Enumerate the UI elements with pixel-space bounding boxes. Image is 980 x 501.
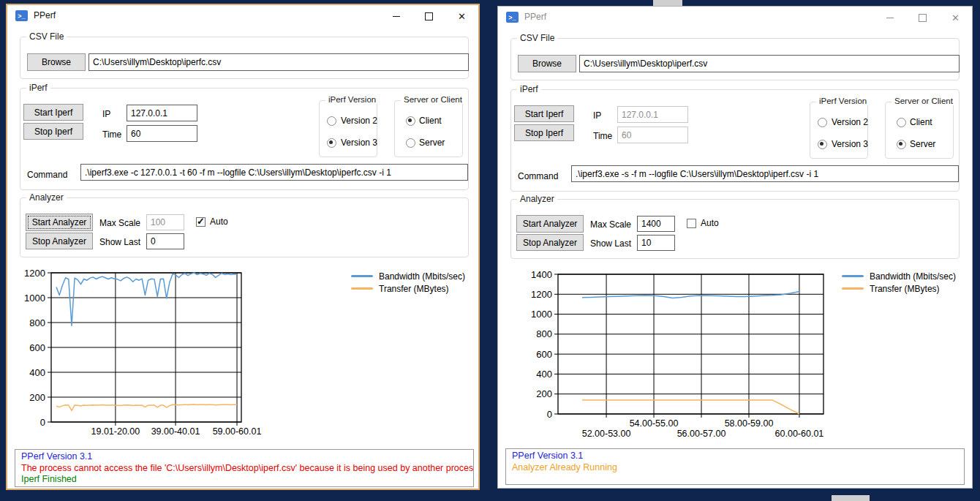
iperf-version-group: iPerf Version bbox=[810, 102, 868, 159]
server-label[interactable]: Server bbox=[419, 138, 445, 148]
server-client-group-label: Server or Client bbox=[892, 97, 956, 105]
background-window-fragment-bottom bbox=[832, 495, 870, 501]
csv-path-input[interactable] bbox=[88, 53, 469, 71]
iperf-version-group-label: iPerf Version bbox=[325, 95, 379, 104]
iperf-version-group-label: iPerf Version bbox=[816, 97, 870, 105]
close-button[interactable]: ✕ bbox=[939, 7, 972, 29]
csv-path-input[interactable] bbox=[579, 55, 960, 72]
server-client-group-label: Server or Client bbox=[401, 95, 465, 104]
client-radio[interactable] bbox=[406, 116, 415, 126]
start-iperf-button[interactable]: Start Iperf bbox=[23, 104, 83, 121]
iperf-group-label: iPerf bbox=[26, 83, 50, 93]
server-label[interactable]: Server bbox=[910, 139, 935, 149]
chart-legend: Bandwidth (Mbits/sec) Transfer (MBytes) bbox=[842, 270, 956, 295]
svg-text:800: 800 bbox=[29, 317, 45, 328]
close-button[interactable]: ✕ bbox=[445, 5, 478, 27]
iperf-group-label: iPerf bbox=[517, 84, 541, 94]
svg-text:200: 200 bbox=[29, 392, 45, 403]
pperf-window-client: >_ PPerf ✕ CSV File Browse iPerf Start I… bbox=[6, 4, 480, 490]
pperf-window-server: >_ PPerf ✕ CSV File Browse iPerf Start I… bbox=[497, 6, 973, 489]
client-radio[interactable] bbox=[897, 118, 906, 127]
maximize-button[interactable] bbox=[412, 5, 445, 27]
client-label[interactable]: Client bbox=[910, 117, 932, 127]
stop-analyzer-button[interactable]: Stop Analyzer bbox=[516, 234, 584, 251]
version2-label[interactable]: Version 2 bbox=[832, 117, 868, 127]
svg-text:200: 200 bbox=[536, 388, 552, 399]
start-analyzer-button[interactable]: Start Analyzer bbox=[516, 215, 584, 233]
svg-text:54.00-55.00: 54.00-55.00 bbox=[630, 418, 679, 429]
auto-label[interactable]: Auto bbox=[210, 216, 228, 227]
minimize-icon bbox=[886, 18, 894, 18]
bandwidth-chart: 020040060080010001200140052.00-53.0054.0… bbox=[498, 263, 973, 445]
version3-label[interactable]: Version 3 bbox=[341, 138, 377, 148]
show-last-input[interactable] bbox=[146, 233, 184, 249]
titlebar[interactable]: >_ PPerf ✕ bbox=[7, 5, 478, 27]
status-line: Iperf Finished bbox=[21, 474, 467, 486]
auto-checkbox[interactable] bbox=[687, 219, 696, 228]
show-last-label: Show Last bbox=[99, 237, 140, 247]
version2-label[interactable]: Version 2 bbox=[341, 116, 377, 126]
svg-text:400: 400 bbox=[536, 369, 552, 380]
powershell-app-icon: >_ bbox=[506, 12, 519, 23]
command-input[interactable] bbox=[80, 164, 468, 181]
command-input[interactable] bbox=[571, 165, 959, 182]
version3-radio[interactable] bbox=[818, 140, 827, 149]
minimize-button[interactable] bbox=[380, 5, 412, 27]
svg-text:1000: 1000 bbox=[531, 309, 552, 320]
version2-radio[interactable] bbox=[818, 118, 827, 127]
svg-text:1200: 1200 bbox=[24, 268, 45, 279]
server-radio[interactable] bbox=[897, 140, 906, 149]
powershell-app-icon: >_ bbox=[15, 10, 28, 21]
maximize-button[interactable] bbox=[906, 7, 939, 29]
auto-checkbox[interactable] bbox=[196, 217, 206, 227]
time-input[interactable] bbox=[617, 127, 688, 143]
start-iperf-button[interactable]: Start Iperf bbox=[514, 105, 574, 122]
time-label: Time bbox=[102, 129, 121, 140]
minimize-button[interactable] bbox=[873, 7, 906, 29]
analyzer-group-label: Analyzer bbox=[26, 192, 67, 203]
server-radio[interactable] bbox=[406, 138, 415, 148]
transfer-legend-label: Transfer (MBytes) bbox=[379, 284, 449, 294]
ip-input[interactable] bbox=[617, 106, 688, 123]
analyzer-group-label: Analyzer bbox=[517, 194, 557, 204]
window-title: PPerf bbox=[34, 10, 56, 20]
version3-label[interactable]: Version 3 bbox=[832, 139, 868, 149]
titlebar[interactable]: >_ PPerf ✕ bbox=[498, 7, 972, 29]
stop-iperf-button[interactable]: Stop Iperf bbox=[23, 123, 83, 140]
version3-radio[interactable] bbox=[327, 138, 336, 148]
max-scale-input[interactable] bbox=[146, 214, 184, 230]
show-last-input[interactable] bbox=[637, 235, 675, 251]
stop-analyzer-button[interactable]: Stop Analyzer bbox=[26, 233, 93, 249]
browse-button[interactable]: Browse bbox=[27, 53, 86, 71]
ip-label: IP bbox=[593, 110, 601, 121]
status-line: PPerf Version 3.1 bbox=[21, 451, 467, 463]
svg-text:1400: 1400 bbox=[531, 269, 552, 280]
bandwidth-legend-swatch bbox=[842, 275, 864, 277]
transfer-legend-label: Transfer (MBytes) bbox=[870, 284, 940, 294]
stop-iperf-button[interactable]: Stop Iperf bbox=[514, 124, 574, 141]
version2-radio[interactable] bbox=[327, 116, 336, 126]
csv-file-group-label: CSV File bbox=[26, 31, 67, 42]
desktop: >_ PPerf ✕ CSV File Browse iPerf Start I… bbox=[0, 0, 980, 501]
svg-text:52.00-53.00: 52.00-53.00 bbox=[582, 429, 631, 439]
status-line: The process cannot access the file 'C:\U… bbox=[21, 463, 467, 475]
maximize-icon bbox=[919, 14, 927, 22]
browse-button[interactable]: Browse bbox=[518, 55, 576, 72]
client-label[interactable]: Client bbox=[419, 116, 442, 126]
status-box: PPerf Version 3.1Analyzer Already Runnin… bbox=[505, 448, 965, 485]
time-label: Time bbox=[593, 131, 612, 141]
status-box: PPerf Version 3.1The process cannot acce… bbox=[15, 449, 474, 487]
start-analyzer-button[interactable]: Start Analyzer bbox=[26, 214, 93, 231]
transfer-legend-swatch bbox=[351, 287, 373, 290]
auto-label[interactable]: Auto bbox=[701, 218, 719, 228]
time-input[interactable] bbox=[127, 125, 197, 142]
max-scale-input[interactable] bbox=[637, 216, 675, 232]
svg-text:1200: 1200 bbox=[531, 289, 552, 300]
ip-input[interactable] bbox=[127, 105, 197, 121]
max-scale-label: Max Scale bbox=[99, 218, 140, 228]
server-client-group: Server or Client bbox=[394, 100, 463, 157]
svg-text:19.01-20.00: 19.01-20.00 bbox=[91, 426, 140, 437]
command-label: Command bbox=[518, 171, 558, 181]
transfer-legend-swatch bbox=[842, 287, 864, 290]
csv-file-group-label: CSV File bbox=[517, 33, 557, 43]
